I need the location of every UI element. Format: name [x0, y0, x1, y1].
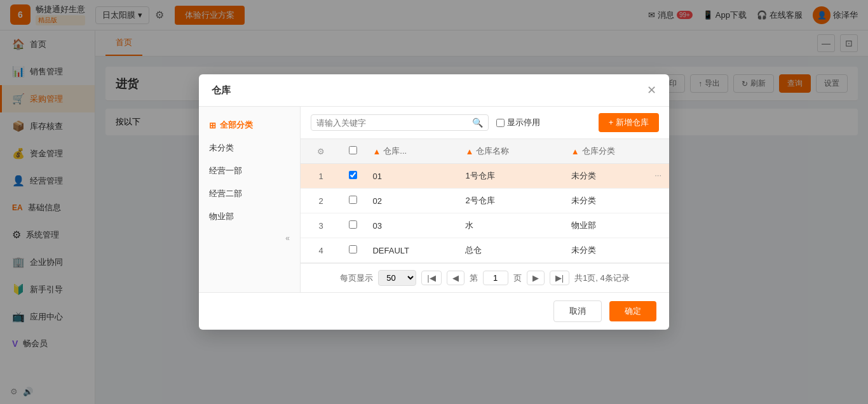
cat-label-uncategorized: 未分类: [209, 142, 234, 154]
cat-item-property[interactable]: 物业部: [199, 206, 300, 227]
modal-header: 仓库 ✕: [199, 74, 669, 107]
warehouse-modal: 仓库 ✕ ⊞ 全部分类 未分类 经营一部 经营二部: [199, 74, 669, 330]
row-num-3: 4: [319, 246, 323, 255]
grid-icon: ⊞: [209, 121, 216, 130]
cat-label-ops1: 经营一部: [209, 165, 242, 177]
row-gear-1: 2: [301, 189, 341, 213]
total-info: 共1页, 4条记录: [574, 273, 630, 284]
modal-footer: 取消 确定: [199, 292, 669, 330]
cat-item-ops1[interactable]: 经营一部: [199, 160, 300, 182]
cat-label-property: 物业部: [209, 211, 234, 222]
cat-label-ops2: 经营二部: [209, 188, 242, 199]
table-header: ⚙ ▲ 仓库... ▲: [301, 139, 669, 164]
modal-close-button[interactable]: ✕: [647, 83, 656, 97]
table-row[interactable]: 1 01 1号仓库 未分类···: [301, 164, 669, 189]
table-row[interactable]: 2 02 2号仓库 未分类: [301, 189, 669, 213]
th-name: ▲ 仓库名称: [458, 139, 563, 164]
row-code-0: 01: [365, 164, 458, 189]
search-box: 🔍: [311, 114, 489, 131]
row-category-1: 未分类: [564, 189, 669, 213]
row-code-2: 03: [365, 213, 458, 238]
page-label: 第: [470, 273, 478, 284]
pagination: 每页显示 50 20 100 |◀ ◀ 第 页 ▶ ▶| 共1页, 4条记录: [301, 263, 669, 292]
row-more-0[interactable]: ···: [654, 170, 661, 180]
row-name-3: 总仓: [458, 238, 563, 263]
table-row[interactable]: 3 03 水 物业部: [301, 213, 669, 238]
row-name-1: 2号仓库: [458, 189, 563, 213]
show-disabled-check[interactable]: [496, 119, 505, 127]
page-suffix: 页: [513, 273, 522, 284]
row-check-1[interactable]: [349, 196, 357, 204]
row-code-1: 02: [365, 189, 458, 213]
modal-body: ⊞ 全部分类 未分类 经营一部 经营二部 物业部 «: [199, 107, 669, 292]
confirm-button[interactable]: 确定: [609, 301, 656, 321]
row-checkbox-3[interactable]: [341, 238, 365, 263]
th-category-label: 仓库分类: [582, 145, 615, 157]
sort-icon2: ▲: [465, 147, 473, 156]
collapse-sidebar-button[interactable]: «: [199, 229, 300, 248]
first-page-button[interactable]: |◀: [421, 271, 441, 285]
row-checkbox-0[interactable]: [341, 164, 365, 189]
th-code-label: 仓库...: [383, 145, 407, 157]
show-disabled-label: 显示停用: [507, 117, 540, 128]
row-name-2: 水: [458, 213, 563, 238]
row-checkbox-2[interactable]: [341, 213, 365, 238]
modal-title: 仓库: [212, 84, 231, 97]
cat-label-all: 全部分类: [220, 119, 253, 131]
cat-item-ops2[interactable]: 经营二部: [199, 183, 300, 205]
row-num-2: 3: [319, 221, 323, 231]
per-page-label: 每页显示: [340, 273, 373, 284]
row-check-3[interactable]: [349, 245, 357, 253]
table-row[interactable]: 4 DEFAULT 总仓 未分类: [301, 238, 669, 263]
warehouse-table: ⚙ ▲ 仓库... ▲: [301, 139, 669, 263]
row-num-1: 2: [319, 196, 323, 206]
modal-content-area: 🔍 显示停用 + 新增仓库 ⚙: [301, 107, 669, 292]
th-code: ▲ 仓库...: [365, 139, 458, 164]
search-input[interactable]: [316, 118, 468, 128]
cat-item-all[interactable]: ⊞ 全部分类: [199, 114, 300, 136]
warehouse-data-table: ⚙ ▲ 仓库... ▲: [301, 139, 669, 263]
cat-item-uncategorized[interactable]: 未分类: [199, 137, 300, 159]
row-name-0: 1号仓库: [458, 164, 563, 189]
row-code-3: DEFAULT: [365, 238, 458, 263]
per-page-select[interactable]: 50 20 100: [378, 270, 416, 286]
th-name-label: 仓库名称: [476, 145, 509, 157]
row-category-3: 未分类: [564, 238, 669, 263]
sort-icon3: ▲: [571, 147, 580, 156]
sort-icon: ▲: [372, 147, 381, 156]
row-checkbox-1[interactable]: [341, 189, 365, 213]
th-category: ▲ 仓库分类: [564, 139, 669, 164]
modal-toolbar: 🔍 显示停用 + 新增仓库: [301, 107, 669, 139]
next-page-button[interactable]: ▶: [527, 271, 545, 285]
row-gear-2: 3: [301, 213, 341, 238]
last-page-button[interactable]: ▶|: [550, 271, 569, 285]
add-warehouse-button[interactable]: + 新增仓库: [599, 113, 659, 132]
row-category-2: 物业部: [564, 213, 669, 238]
select-all-checkbox[interactable]: [349, 146, 357, 154]
row-gear-0: 1: [301, 164, 341, 189]
th-gear: ⚙: [301, 139, 341, 164]
category-sidebar: ⊞ 全部分类 未分类 经营一部 经营二部 物业部 «: [199, 107, 301, 292]
row-category-0: 未分类···: [564, 164, 669, 189]
row-check-2[interactable]: [349, 220, 357, 229]
search-icon[interactable]: 🔍: [472, 118, 483, 128]
table-body: 1 01 1号仓库 未分类··· 2 02 2号仓库 未分类 3 03 水 物业…: [301, 164, 669, 263]
th-checkbox: [341, 139, 365, 164]
cancel-button[interactable]: 取消: [553, 300, 602, 322]
page-number-input[interactable]: [483, 271, 508, 285]
row-gear-3: 4: [301, 238, 341, 263]
row-num-0: 1: [319, 172, 323, 181]
show-disabled-checkbox[interactable]: 显示停用: [496, 117, 540, 128]
modal-overlay[interactable]: 仓库 ✕ ⊞ 全部分类 未分类 经营一部 经营二部: [0, 0, 868, 404]
row-check-0[interactable]: [349, 171, 357, 179]
prev-page-button[interactable]: ◀: [447, 271, 465, 285]
